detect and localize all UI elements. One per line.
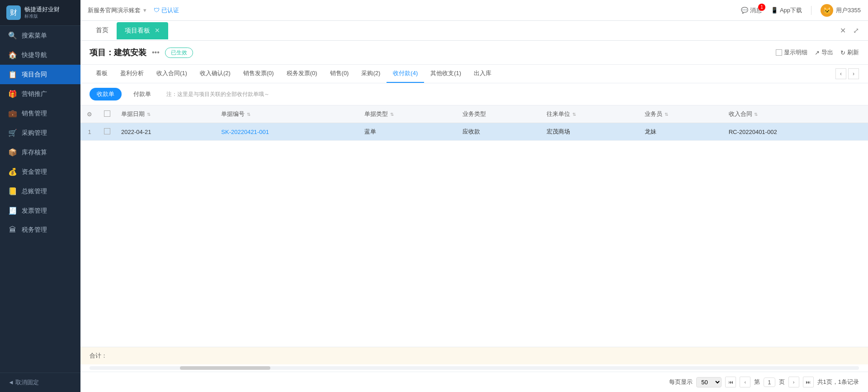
row-code[interactable]: SK-20220421-001: [216, 123, 359, 141]
export-action[interactable]: ↗ 导出: [815, 48, 833, 57]
message-icon: 💬: [741, 7, 748, 14]
sidebar-label-9: 发票管理: [22, 207, 47, 215]
topbar-project-name: 新服务官网演示账套: [88, 6, 141, 14]
header-checkbox[interactable]: [104, 110, 110, 117]
col-header-salesman: 业务员 ⇅: [639, 105, 723, 123]
sidebar-item-1[interactable]: 🏠快捷导航: [0, 45, 80, 65]
topbar-app-download[interactable]: 📱 App下载: [771, 6, 802, 14]
page-label: 第: [754, 378, 760, 386]
prev-page-button[interactable]: ‹: [740, 377, 750, 387]
col-header-type: 单据类型 ⇅: [359, 105, 457, 123]
sidebar-item-10[interactable]: 🏛税务管理: [0, 220, 80, 239]
sidebar-scroll: 🔍搜索菜单🏠快捷导航📋项目合同🎁营销推广💼销售管理🛒采购管理📦库存核算💰资金管理…: [0, 26, 80, 373]
first-page-button[interactable]: ⏮: [725, 377, 736, 387]
tab-close-button[interactable]: ✕: [838, 24, 848, 37]
export-label: 导出: [821, 48, 833, 57]
horizontal-scrollbar[interactable]: [90, 366, 859, 370]
table-body: 12022-04-21SK-20220421-001蓝单应收款宏茂商场龙妹RC-…: [80, 123, 868, 141]
row-settings: 1: [80, 123, 99, 141]
subtab-0[interactable]: 看板: [90, 65, 114, 83]
col-header-biz_type: 业务类型: [457, 105, 541, 123]
sidebar-logo: 财 畅捷通好业财 标准版: [0, 0, 80, 26]
topbar-user[interactable]: 🐱 用户3355: [821, 4, 861, 17]
sidebar-icon-6: 📦: [8, 148, 17, 157]
topbar-project[interactable]: 新服务官网演示账套 ▾: [88, 6, 146, 14]
sidebar-icon-1: 🏠: [8, 51, 17, 59]
sidebar-item-3[interactable]: 🎁营销推广: [0, 84, 80, 104]
data-table: ⚙单据日期 ⇅单据编号 ⇅单据类型 ⇅业务类型往来单位 ⇅业务员 ⇅收入合同 ⇅…: [80, 105, 868, 141]
table-row[interactable]: 12022-04-21SK-20220421-001蓝单应收款宏茂商场龙妹RC-…: [80, 123, 868, 141]
subtab-prev-icon[interactable]: ‹: [835, 68, 846, 79]
tab-project-board[interactable]: 项目看板 ✕: [117, 22, 168, 39]
sidebar-label-4: 销售管理: [22, 110, 47, 118]
table-header: ⚙单据日期 ⇅单据编号 ⇅单据类型 ⇅业务类型往来单位 ⇅业务员 ⇅收入合同 ⇅: [80, 105, 868, 123]
subtab-6[interactable]: 销售(0): [324, 65, 355, 83]
sidebar-icon-10: 🏛: [8, 226, 17, 234]
refresh-icon: ↻: [840, 49, 845, 56]
project-header: 项目：建筑安装 ••• 已生效 显示明细 ↗ 导出 ↻ 刷新: [80, 41, 868, 65]
topbar-project-arrow-icon: ▾: [143, 7, 146, 14]
tabbar: 首页 项目看板 ✕ ✕ ⤢: [80, 21, 868, 41]
message-badge: 1: [758, 4, 765, 11]
subtab-10[interactable]: 出入库: [467, 65, 498, 83]
inner-tab-0[interactable]: 收款单: [90, 88, 122, 100]
sidebar-label-5: 采购管理: [22, 129, 47, 137]
sidebar-item-0[interactable]: 🔍搜索菜单: [0, 26, 80, 45]
col-header-code: 单据编号 ⇅: [216, 105, 359, 123]
row-biz-type: 应收款: [457, 123, 541, 141]
sidebar-item-7[interactable]: 💰资金管理: [0, 162, 80, 182]
subtab-5[interactable]: 税务发票(0): [280, 65, 324, 83]
sidebar-item-6[interactable]: 📦库存核算: [0, 143, 80, 162]
sidebar-item-4[interactable]: 💼销售管理: [0, 104, 80, 123]
inner-tab-1[interactable]: 付款单: [126, 88, 158, 100]
subtab-8[interactable]: 收付款(4): [387, 65, 424, 83]
subtab-1[interactable]: 盈利分析: [114, 65, 150, 83]
subtab-4[interactable]: 销售发票(0): [237, 65, 280, 83]
last-page-button[interactable]: ⏭: [803, 377, 814, 387]
subtab-3[interactable]: 收入确认(2): [193, 65, 237, 83]
table-area: ⚙单据日期 ⇅单据编号 ⇅单据类型 ⇅业务类型往来单位 ⇅业务员 ⇅收入合同 ⇅…: [80, 105, 868, 347]
sidebar-item-9[interactable]: 🧾发票管理: [0, 201, 80, 220]
row-contract: RC-20220401-002: [723, 123, 868, 141]
scrollbar-row: [80, 364, 868, 372]
show-detail-action[interactable]: 显示明细: [776, 48, 807, 57]
sidebar-item-8[interactable]: 📒总账管理: [0, 182, 80, 201]
tab-close-icon[interactable]: ✕: [155, 27, 160, 34]
next-page-button[interactable]: ›: [788, 377, 799, 387]
sidebar-label-0: 搜索菜单: [22, 32, 47, 40]
user-avatar: 🐱: [821, 4, 833, 17]
subtab-2[interactable]: 收入合同(1): [150, 65, 193, 83]
inner-tab-note: 注：这里是与项目关联的全部收付款单哦～: [166, 91, 269, 98]
subtab-9[interactable]: 其他收支(1): [424, 65, 467, 83]
sidebar-icon-8: 📒: [8, 187, 17, 196]
app-logo-icon: 财: [6, 5, 21, 20]
col-header-date: 单据日期 ⇅: [116, 105, 216, 123]
mobile-icon: 📱: [771, 7, 778, 14]
row-checkbox[interactable]: [104, 128, 110, 134]
app-name: 畅捷通好业财 标准版: [24, 6, 60, 20]
page-size-select[interactable]: 50 100 200: [696, 377, 722, 387]
refresh-action[interactable]: ↻ 刷新: [840, 48, 859, 57]
subtab-7[interactable]: 采购(2): [355, 65, 387, 83]
sidebar-item-2[interactable]: 📋项目合同: [0, 65, 80, 84]
scrollbar-thumb[interactable]: [180, 366, 270, 370]
tab-home[interactable]: 首页: [88, 22, 117, 40]
col-header-checkbox[interactable]: [99, 105, 116, 123]
sidebar-label-6: 库存核算: [22, 148, 47, 157]
topbar: 新服务官网演示账套 ▾ 🛡 已认证 💬 消息 1 📱 App下载 🐱 用户335…: [80, 0, 868, 21]
sidebar-footer[interactable]: ◄ 取消固定: [0, 373, 80, 392]
show-detail-checkbox[interactable]: [776, 49, 782, 56]
topbar-message[interactable]: 💬 消息 1: [741, 6, 762, 14]
subtab-next-icon[interactable]: ›: [848, 68, 859, 79]
row-salesman: 龙妹: [639, 123, 723, 141]
subtabs: 看板盈利分析收入合同(1)收入确认(2)销售发票(0)税务发票(0)销售(0)采…: [80, 65, 868, 83]
sidebar-label-8: 总账管理: [22, 187, 47, 196]
sidebar: 财 畅捷通好业财 标准版 🔍搜索菜单🏠快捷导航📋项目合同🎁营销推广💼销售管理🛒采…: [0, 0, 80, 392]
row-date: 2022-04-21: [116, 123, 216, 141]
col-header-settings[interactable]: ⚙: [80, 105, 99, 123]
sidebar-item-5[interactable]: 🛒采购管理: [0, 123, 80, 143]
sidebar-label-10: 税务管理: [22, 226, 47, 234]
project-more-icon[interactable]: •••: [152, 48, 160, 57]
tab-expand-button[interactable]: ⤢: [851, 24, 861, 37]
subtab-nav: ‹ ›: [835, 68, 859, 79]
